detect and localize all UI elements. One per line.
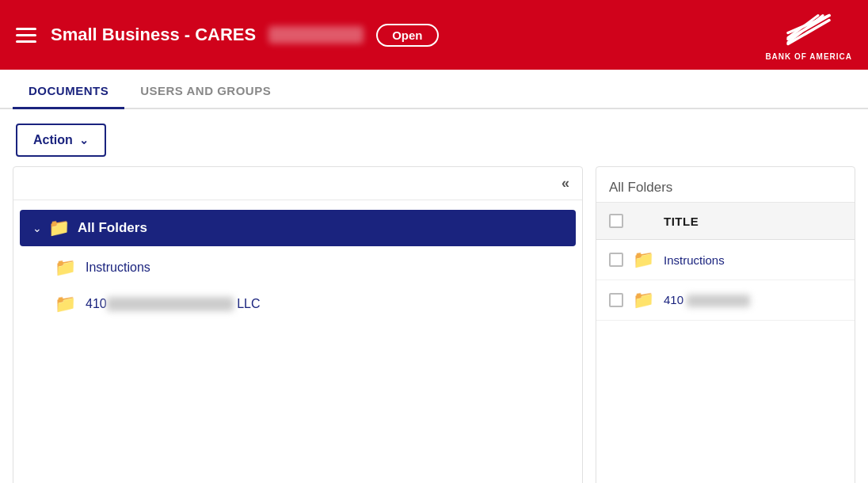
folder-icon: 📁 (633, 290, 654, 310)
folder-label-prefix: 410 (86, 297, 107, 310)
table-row[interactable]: 📁 410 (596, 280, 855, 321)
title-column-header: TITLE (664, 215, 699, 228)
table-row[interactable]: 📁 Instructions (596, 240, 855, 280)
select-all-checkbox[interactable] (609, 214, 623, 228)
row-checkbox[interactable] (609, 293, 623, 307)
toolbar: Action ⌄ (0, 109, 868, 166)
row-checkbox[interactable] (609, 253, 623, 267)
row-label: Instructions (664, 253, 725, 267)
action-button-label: Action (33, 133, 73, 147)
tab-navigation: DOCUMENTS USERS AND GROUPS (0, 70, 868, 109)
chevron-down-icon: ⌄ (32, 222, 42, 234)
collapse-panel-button[interactable]: « (562, 175, 569, 192)
app-title: Small Business - CARES (51, 25, 256, 45)
right-panel-title: All Folders (596, 167, 855, 203)
folder-icon: 📁 (633, 249, 654, 270)
list-item[interactable]: 📁 410 LLC (13, 286, 582, 322)
folder-name-blur (107, 297, 234, 311)
folder-label: Instructions (86, 261, 150, 275)
folder-tree: ⌄ 📁 All Folders 📁 Instructions 📁 410 LLC (13, 200, 582, 329)
boa-logo-text: BANK OF AMERICA (765, 52, 852, 61)
table-header-row: 📁 TITLE (596, 203, 855, 240)
folder-label: 410 LLC (86, 297, 261, 312)
boa-logo-icon (780, 10, 837, 51)
main-content: « ⌄ 📁 All Folders 📁 Instructions 📁 410 L… (0, 166, 868, 483)
all-folders-label: All Folders (78, 220, 147, 236)
row-label: 410 (664, 293, 750, 307)
bank-of-america-logo: BANK OF AMERICA (765, 10, 852, 61)
folder-tree-panel: « ⌄ 📁 All Folders 📁 Instructions 📁 410 L… (13, 166, 583, 483)
svg-line-5 (788, 16, 823, 43)
hamburger-menu-icon[interactable] (16, 28, 36, 43)
row-name-blur (687, 295, 750, 307)
folder-label-suffix: LLC (234, 297, 261, 310)
action-button[interactable]: Action ⌄ (16, 124, 106, 157)
all-folders-root-item[interactable]: ⌄ 📁 All Folders (20, 210, 576, 246)
list-item[interactable]: 📁 Instructions (13, 249, 582, 286)
panel-header: « (13, 167, 582, 200)
account-id-blur (268, 26, 364, 44)
open-badge-button[interactable]: Open (376, 24, 438, 47)
tab-documents[interactable]: DOCUMENTS (13, 70, 124, 109)
folder-icon: 📁 (48, 218, 70, 238)
documents-list-panel: All Folders 📁 TITLE 📁 Instructions 📁 410 (596, 166, 855, 483)
chevron-down-icon: ⌄ (79, 134, 89, 146)
tab-users-and-groups[interactable]: USERS AND GROUPS (124, 70, 287, 109)
app-header: Small Business - CARES Open BANK OF AMER… (0, 0, 868, 70)
folder-icon: 📁 (55, 294, 76, 314)
folder-icon: 📁 (55, 257, 76, 278)
